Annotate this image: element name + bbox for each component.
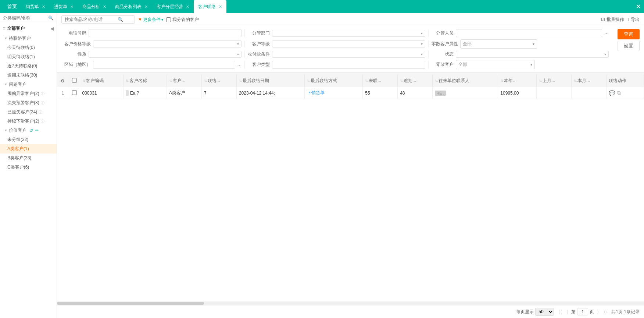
prev-page-btn[interactable]: ⟨ <box>565 308 570 315</box>
nav-tab-purchase[interactable]: 进货单 ✕ <box>50 0 78 13</box>
my-customers-filter[interactable]: 我分管的客户 <box>166 17 199 23</box>
sidebar-search-input[interactable] <box>3 15 47 21</box>
close-customer-contact-tab[interactable]: ✕ <box>219 4 222 9</box>
group-value-customers[interactable]: ▼ 价值客户 ↺ ✏ <box>0 126 57 135</box>
nav-tab-customer-contact[interactable]: 客户联络 ✕ <box>194 0 226 13</box>
filter-nature-select[interactable]: ▾ <box>89 51 242 58</box>
page-size-selector: 每页显示 50 100 200 <box>516 308 554 316</box>
scroll-thumb[interactable] <box>57 302 204 305</box>
refresh-icon[interactable]: ↺ <box>29 128 33 133</box>
filter-region-dots[interactable]: ··· <box>237 62 242 68</box>
row-checkbox[interactable] <box>72 90 77 95</box>
sidebar-search-icon[interactable]: 🔍 <box>48 15 54 21</box>
close-customer-segment-tab[interactable]: ✕ <box>186 4 189 9</box>
filter-phone-input[interactable] <box>89 29 242 37</box>
page-nav: ⟨⟨ ⟨ 第 页 ⟩ ⟩⟩ <box>557 308 608 315</box>
nav-home[interactable]: 首页 <box>3 3 21 10</box>
page-size-select[interactable]: 50 100 200 <box>535 308 554 316</box>
cell-level: A类客户 <box>167 87 202 99</box>
filter-retail-select[interactable]: 全部 ▾ <box>456 60 535 69</box>
group-pending-contact[interactable]: ▼ 待联络客户 <box>0 34 57 43</box>
export-icon: ↑ <box>627 17 629 22</box>
filter-payment-select[interactable]: ▾ <box>272 51 425 58</box>
col-contact: ⇅联络... <box>201 75 236 87</box>
sidebar-item-today[interactable]: 今天待联络(0) <box>0 43 57 52</box>
filter-customer-level-select[interactable]: ▾ <box>272 40 425 47</box>
filter-search-input[interactable] <box>65 17 116 22</box>
sidebar-item-declining[interactable]: 持续下滑客户(2) ⓘ <box>0 117 57 126</box>
batch-op-button[interactable]: ☑ 批量操作 <box>601 17 624 23</box>
close-sales-tab[interactable]: ✕ <box>42 4 45 9</box>
select-all-checkbox[interactable] <box>72 78 77 83</box>
sidebar-item-class-b[interactable]: B类客户(33) <box>0 153 57 163</box>
export-button[interactable]: ↑ 导出 <box>627 17 640 23</box>
link-icon[interactable]: ⧉ <box>617 90 621 96</box>
message-icon[interactable]: 💬 <box>609 90 615 96</box>
advanced-filter: 电话号码 分管部门 ▾ 分管人员 <box>57 26 644 73</box>
nav-tab-customer-segment[interactable]: 客户分层经营 ✕ <box>152 0 194 13</box>
info-icon-churn-warning: ⓘ <box>41 100 44 106</box>
sidebar-item-churned[interactable]: 已流失客户(24) ⓘ <box>0 107 57 117</box>
top-nav: 首页 销货单 ✕ 进货单 ✕ 商品分析 ✕ 商品分析列表 ✕ 客户分层经营 ✕ … <box>0 0 644 13</box>
col-this-year: ⇅本年... <box>498 75 537 87</box>
row-num: 1 <box>57 87 69 99</box>
close-purchase-tab[interactable]: ✕ <box>70 4 74 9</box>
col-settings[interactable]: ⚙ <box>57 75 69 87</box>
filter-dept: 分管部门 ▾ <box>245 30 428 37</box>
info-icon-declining: ⓘ <box>41 119 44 124</box>
filter-search-box: 🔍 <box>61 15 135 24</box>
group-problem-customers[interactable]: ▼ 问题客户 <box>0 80 57 89</box>
filter-dept-select[interactable]: ▾ <box>272 30 425 37</box>
sidebar-item-churn-warning[interactable]: 流失预警客户(3) ⓘ <box>0 98 57 107</box>
batch-op-icon: ☑ <box>601 17 605 22</box>
filter-row-4: 区域（地区） ··· 客户类型 零散客户 全部 ▾ <box>61 60 612 69</box>
horizontal-scrollbar[interactable] <box>57 301 644 305</box>
filter-right-actions: ☑ 批量操作 ↑ 导出 <box>601 17 640 23</box>
customer-tag <box>126 90 129 96</box>
filter-search-icon[interactable]: 🔍 <box>118 17 123 22</box>
col-overdue: ⇅逾期... <box>398 75 433 87</box>
last-method-link[interactable]: 下销货单 <box>307 90 325 95</box>
nav-tab-sales[interactable]: 销货单 ✕ <box>21 0 50 13</box>
filter-person-dots[interactable]: ··· <box>604 30 609 36</box>
close-all-button[interactable]: ✕ <box>636 3 641 11</box>
filter-status-select[interactable]: ▾ <box>456 51 609 58</box>
close-product-analysis-tab[interactable]: ✕ <box>103 4 106 9</box>
more-conditions-button[interactable]: ▼ 更多条件 ▾ <box>138 17 163 23</box>
first-page-btn[interactable]: ⟨⟨ <box>557 308 564 315</box>
last-page-btn[interactable]: ⟩⟩ <box>602 308 608 315</box>
all-customers-header[interactable]: ⠿ 全部客户 ◀ <box>0 23 57 34</box>
table-header-row: ⚙ ⇅客户编码 ⇅客户名称 ⇅客户... ⇅联络... ⇅最后联络日期 ⇅最后联… <box>57 75 644 87</box>
sidebar-search-area: 🔍 <box>0 13 57 23</box>
sidebar-item-class-c[interactable]: C类客户(6) <box>0 163 57 172</box>
sidebar-item-tomorrow[interactable]: 明天待联络(1) <box>0 52 57 61</box>
col-checkbox <box>69 75 80 87</box>
my-customers-checkbox[interactable] <box>166 17 171 22</box>
sidebar-item-7days[interactable]: 近7天待联络(0) <box>0 61 57 71</box>
sidebar-item-class-a[interactable]: A类客户(1) <box>0 144 57 153</box>
sidebar-collapse-icon[interactable]: ◀ <box>50 26 54 31</box>
cell-last-date: 2023-04-12 14:44: <box>236 87 304 99</box>
filter-dept-label: 分管部门 <box>248 30 270 36</box>
settings-button[interactable]: 设置 <box>618 41 640 51</box>
sidebar-item-abnormal[interactable]: 囤购异常客户(2) ⓘ <box>0 89 57 98</box>
filter-price-select[interactable]: ▾ <box>93 40 242 47</box>
filter-person-input[interactable] <box>456 29 602 37</box>
page-number-input[interactable] <box>577 308 588 315</box>
edit-icon[interactable]: ✏ <box>35 128 39 133</box>
nav-tab-product-analysis[interactable]: 商品分析 ✕ <box>78 0 111 13</box>
info-icon-abnormal: ⓘ <box>41 91 44 96</box>
query-button[interactable]: 查询 <box>618 29 640 39</box>
sidebar-item-overdue[interactable]: 逾期未联络(30) <box>0 71 57 80</box>
filter-region-label: 区域（地区） <box>64 61 91 68</box>
chevron-price-icon: ▾ <box>237 42 239 46</box>
filter-region-input[interactable] <box>93 61 235 69</box>
next-page-btn[interactable]: ⟩ <box>595 308 600 315</box>
filter-retail-attr-select[interactable]: 全部 ▾ <box>460 39 537 49</box>
nav-tab-product-list[interactable]: 商品分析列表 ✕ <box>111 0 152 13</box>
sidebar-item-ungrouped[interactable]: 未分组(32) <box>0 135 57 144</box>
cell-last-method: 下销货单 <box>304 87 362 99</box>
sidebar: 🔍 ⠿ 全部客户 ◀ ▼ 待联络客户 今天待联络(0) 明天待联络(1) 近7天… <box>0 13 57 318</box>
close-product-list-tab[interactable]: ✕ <box>144 4 148 9</box>
filter-customer-type-input[interactable] <box>272 61 425 69</box>
